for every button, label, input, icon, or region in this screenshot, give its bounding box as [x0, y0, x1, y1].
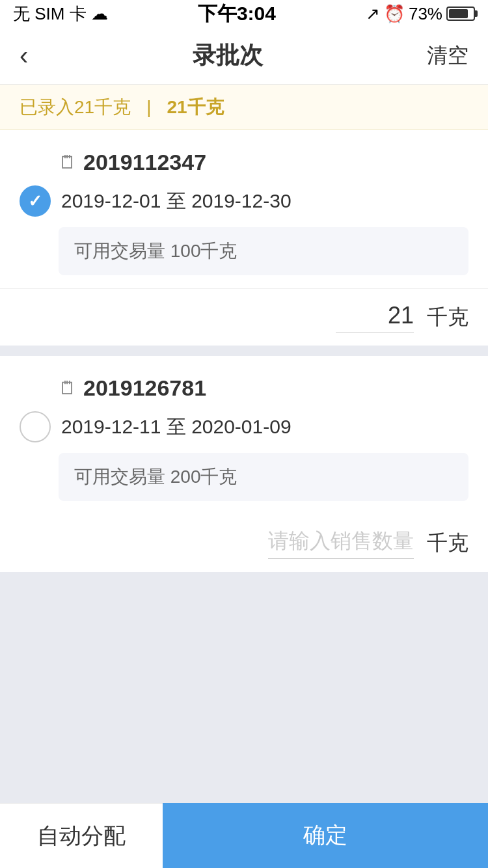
- section-divider: [0, 346, 488, 356]
- batch-card-1: 🗒 2019112347 ✓ 2019-12-01 至 2019-12-30 可…: [0, 130, 488, 288]
- quantity-input-2[interactable]: 请输入销售数量: [268, 527, 414, 559]
- quantity-unit-1: 千克: [427, 303, 468, 332]
- batch-id-1: 2019112347: [83, 150, 206, 175]
- quantity-row-1: 21 千克: [0, 288, 488, 346]
- quantity-value-1: 21: [388, 302, 414, 329]
- recorded-label: 已录入21千克: [20, 95, 131, 120]
- info-divider: |: [146, 97, 151, 118]
- check-icon-1: ✓: [28, 191, 42, 211]
- page-title: 录批次: [193, 40, 263, 72]
- alarm-icon: ⏰: [384, 4, 405, 24]
- quantity-placeholder-row: 请输入销售数量 千克: [0, 514, 488, 572]
- info-banner: 已录入21千克 | 21千克: [0, 85, 488, 130]
- batch-header-1: 🗒 2019112347: [20, 150, 468, 175]
- quantity-unit-2: 千克: [427, 529, 468, 558]
- confirm-button[interactable]: 确定: [163, 803, 488, 868]
- battery-percent: 73%: [409, 4, 442, 24]
- sim-label: 无 SIM 卡 ☁: [13, 3, 108, 25]
- clear-button[interactable]: 清空: [427, 42, 468, 70]
- radio-button-1[interactable]: ✓: [20, 185, 51, 217]
- nav-bar: ‹ 录批次 清空: [0, 27, 488, 85]
- batch-date-row-1: ✓ 2019-12-01 至 2019-12-30: [20, 185, 468, 217]
- doc-icon-2: 🗒: [59, 377, 77, 399]
- status-bar: 无 SIM 卡 ☁ 下午3:04 ↗ ⏰ 73%: [0, 0, 488, 27]
- batch-id-2: 2019126781: [83, 375, 206, 401]
- quantity-input-1[interactable]: 21: [336, 302, 414, 332]
- bottom-bar: 自动分配 确定: [0, 803, 488, 868]
- doc-icon-1: 🗒: [59, 152, 77, 173]
- batch-header-2: 🗒 2019126781: [20, 375, 468, 401]
- batch-date-2: 2019-12-11 至 2020-01-09: [61, 414, 291, 441]
- status-left: 无 SIM 卡 ☁: [13, 3, 108, 25]
- batch-card-2: 🗒 2019126781 2019-12-11 至 2020-01-09 可用交…: [0, 356, 488, 514]
- location-icon: ↗: [366, 4, 380, 24]
- batch-available-1: 可用交易量 100千克: [59, 227, 468, 275]
- batch-available-2: 可用交易量 200千克: [59, 453, 468, 501]
- status-time: 下午3:04: [198, 1, 276, 27]
- battery-icon: [446, 7, 475, 21]
- back-button[interactable]: ‹: [20, 41, 28, 70]
- batch-date-1: 2019-12-01 至 2019-12-30: [61, 188, 291, 215]
- radio-button-2[interactable]: [20, 411, 51, 442]
- status-right: ↗ ⏰ 73%: [366, 4, 475, 24]
- quantity-placeholder-text: 请输入销售数量: [268, 529, 414, 552]
- info-amount: 21千克: [167, 95, 223, 120]
- auto-distribute-button[interactable]: 自动分配: [0, 803, 163, 868]
- batch-date-row-2: 2019-12-11 至 2020-01-09: [20, 411, 468, 442]
